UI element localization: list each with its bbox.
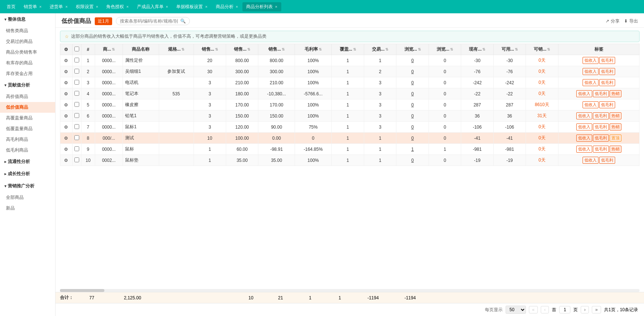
col-browse1[interactable]: 浏览...⇅ [396,44,429,55]
close-icon[interactable]: × [96,4,98,9]
sidebar-item-capital[interactable]: 库存资金占用 [0,68,55,79]
nav-product-analysis[interactable]: 商品分析× [212,2,242,11]
row-checkbox[interactable] [74,69,79,74]
row-checkbox[interactable] [74,113,79,118]
cell-settings[interactable]: ⚙ [60,155,73,166]
sidebar-item-stock-goods[interactable]: 有库存的商品 [0,58,55,68]
nav-finished-goods[interactable]: 产成品入库单× [133,2,172,11]
col-code[interactable]: 商...⇅ [95,44,123,55]
close-icon[interactable]: × [126,4,128,9]
col-coverage[interactable]: 覆盖...⇅ [332,44,364,55]
search-input[interactable] [120,18,178,24]
browse-link[interactable]: 0 [411,125,414,130]
col-settings[interactable]: ⚙ [60,44,73,55]
cell-settings[interactable]: ⚙ [60,122,73,133]
browse-link[interactable]: 0 [411,102,414,108]
select-all-checkbox[interactable] [74,47,79,51]
nav-role-auth[interactable]: 角色授权× [103,2,132,11]
row-checkbox[interactable] [74,135,79,140]
cell-browse1[interactable]: 0 [396,155,429,166]
cell-browse1[interactable]: 0 [396,99,429,111]
browse-link[interactable]: 0 [411,136,414,141]
cell-settings[interactable]: ⚙ [60,99,73,111]
row-checkbox[interactable] [74,80,79,85]
filter-period-button[interactable]: 近1月 [95,17,112,25]
cell-checkbox[interactable] [72,111,81,122]
sidebar-item-new-goods[interactable]: 新品 [0,203,55,214]
cell-browse1[interactable]: 0 [396,77,429,88]
sidebar-group-circulation[interactable]: ▸ 流通性分析 [0,156,55,168]
nav-purchase-order[interactable]: 进货单× [46,2,71,11]
cell-settings[interactable]: ⚙ [60,77,73,88]
sidebar-item-category-rate[interactable]: 商品分类销售率 [0,47,55,58]
cell-settings[interactable]: ⚙ [60,88,73,99]
cell-browse1[interactable]: 0 [396,66,429,77]
cell-browse1[interactable]: 0 [396,55,429,66]
cell-settings[interactable]: ⚙ [60,66,73,77]
cell-browse1[interactable]: 1 [396,144,429,155]
cell-checkbox[interactable] [72,88,81,99]
close-icon[interactable]: × [65,4,67,9]
cell-checkbox[interactable] [72,55,81,66]
col-trade[interactable]: 交易...⇅ [364,44,396,55]
browse-link[interactable]: 0 [411,58,414,63]
sidebar-item-all-goods[interactable]: 全部商品 [0,192,55,203]
col-stock-available[interactable]: 可用...⇅ [493,44,526,55]
browse-link[interactable]: 0 [411,69,414,74]
table-container[interactable]: ⚙ # 商...⇅ 商品名称 规格...⇅ 销售...⇅ 销售...⇅ 销售..… [56,44,644,289]
row-checkbox[interactable] [74,58,79,62]
col-sale-qty[interactable]: 销售...⇅ [194,44,226,55]
col-browse2[interactable]: 浏览...⇅ [429,44,461,55]
search-icon[interactable]: 🔍 [180,18,186,24]
nav-sales-order[interactable]: 销货单× [20,2,45,11]
cell-settings[interactable]: ⚙ [60,55,73,66]
row-checkbox[interactable] [74,157,79,162]
close-icon[interactable]: × [39,4,41,9]
sidebar-item-high-margin[interactable]: 高毛利商品 [0,134,55,145]
browse-link[interactable]: 0 [411,91,414,96]
export-button[interactable]: ⬇ 导出 [624,18,638,24]
cell-checkbox[interactable] [72,66,81,77]
sidebar-item-sales-goods[interactable]: 销售类商品 [0,26,55,36]
close-icon[interactable]: × [275,4,277,9]
cell-browse1[interactable]: 0 [396,122,429,133]
last-page-button[interactable]: » [592,306,601,313]
sidebar-group-overall[interactable]: ▾ 整体信息 [0,13,55,26]
close-icon[interactable]: × [236,4,238,9]
page-number-input[interactable] [559,306,570,313]
col-stock-current[interactable]: 现有...⇅ [461,44,493,55]
sidebar-item-low-value[interactable]: 低价值商品 [0,102,55,113]
row-checkbox[interactable] [74,102,79,107]
cell-settings[interactable]: ⚙ [60,144,73,155]
cell-checkbox[interactable] [72,155,81,166]
browse-link[interactable]: 0 [411,158,414,163]
prev-page-button[interactable]: ‹ [541,306,549,313]
browse-link[interactable]: 0 [411,80,414,85]
col-stock-sellable[interactable]: 可销...⇅ [526,44,558,55]
sidebar-item-low-margin[interactable]: 低毛利商品 [0,145,55,156]
cell-browse1[interactable]: 0 [396,88,429,99]
sidebar-item-high-coverage[interactable]: 高覆盖量商品 [0,113,55,123]
page-size-select[interactable]: 50 100 200 [506,306,526,314]
sidebar-group-growth[interactable]: ▸ 成长性分析 [0,168,55,180]
cell-checkbox[interactable] [72,122,81,133]
nav-home[interactable]: 首页 [3,2,19,11]
cell-checkbox[interactable] [72,99,81,111]
horizontal-scrollbar[interactable] [60,289,640,292]
cell-browse1[interactable]: 0 [396,133,429,144]
nav-template-settings[interactable]: 单据模板设置× [172,2,211,11]
close-icon[interactable]: × [205,4,207,9]
browse-link[interactable]: 1 [411,147,414,152]
col-margin[interactable]: 毛利率⇅ [295,44,332,55]
cell-settings[interactable]: ⚙ [60,111,73,122]
cell-settings[interactable]: ⚙ [60,133,73,144]
cell-browse1[interactable]: 0 [396,111,429,122]
first-page-button[interactable]: « [529,306,538,313]
cell-checkbox[interactable] [72,144,81,155]
sidebar-item-traded-goods[interactable]: 交易过的商品 [0,36,55,47]
cell-checkbox[interactable] [72,133,81,144]
browse-link[interactable]: 0 [411,113,414,119]
col-checkbox[interactable] [72,44,81,55]
row-checkbox[interactable] [74,124,79,129]
sidebar-item-low-coverage[interactable]: 低覆盖量商品 [0,123,55,134]
